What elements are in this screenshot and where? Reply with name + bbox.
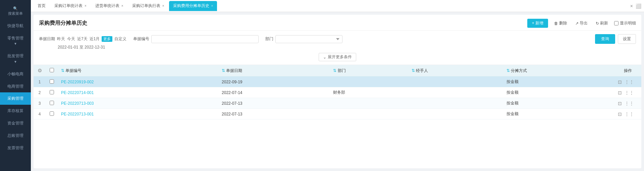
show-columns-label: 显示明细 (620, 20, 636, 26)
tab-close-icon[interactable]: × (85, 4, 87, 8)
row-checkbox[interactable] (50, 90, 54, 94)
col-header-doc-date: ⇅ 单据日期 (218, 65, 330, 77)
view-icon[interactable]: ⊡ (618, 101, 622, 106)
handler-cell (408, 98, 503, 109)
more-actions-icon[interactable]: ⋮⋮ (625, 90, 634, 95)
table-row[interactable]: 4 PE-20220713-001 2022-07-13 按金额 ⊡ ⋮⋮ (34, 109, 641, 119)
table-row[interactable]: 3 PE-20220713-003 2022-07-13 按金额 ⊡ ⋮⋮ (34, 98, 641, 109)
toolbar: + 新增 🗑 删除 ↗ 导出 ↻ 刷新 显示明细 (527, 19, 636, 28)
action-icons: ⊡ ⋮⋮ (618, 111, 638, 117)
view-icon[interactable]: ⊡ (618, 90, 622, 95)
row-checkbox-cell (46, 109, 58, 119)
doc-num-link[interactable]: PE-20220714-001 (61, 90, 94, 95)
doc-num-link[interactable]: PE-20220713-003 (61, 101, 94, 106)
row-checkbox[interactable] (50, 111, 54, 116)
maximize-window-icon[interactable]: ⬜ (636, 3, 641, 9)
table-row[interactable]: 2 PE-20220714-001 2022-07-14 财务部 按金额 ⊡ ⋮… (34, 87, 641, 98)
sidebar-item-invoice[interactable]: 发票管理 (0, 142, 31, 154)
col-header-actions: 操作 (614, 65, 641, 77)
refresh-icon: ↻ (596, 21, 599, 26)
doc-num-link[interactable]: PE-20220919-002 (61, 80, 94, 84)
sort-icon: ⇅ (61, 68, 64, 73)
setting-button[interactable]: 设置 (618, 34, 636, 44)
row-checkbox-cell (46, 77, 58, 87)
tab-close-icon[interactable]: × (121, 4, 123, 8)
tab-bar: 首页 采购订单统计表 × 进货单统计表 × 采购订单执行表 × 采购费用分摊单历… (31, 0, 644, 12)
sidebar-item-label: 电商管理 (1, 84, 30, 89)
refresh-button[interactable]: ↻ 刷新 (594, 19, 610, 27)
sidebar-item-ledger[interactable]: 总账管理 (0, 130, 31, 142)
delete-button[interactable]: 🗑 删除 (552, 19, 569, 27)
export-button[interactable]: ↗ 导出 (573, 19, 590, 27)
more-actions-icon[interactable]: ⋮⋮ (625, 101, 634, 106)
tab-purchase-cost-split[interactable]: 采购费用分摊单历史 × (169, 1, 217, 11)
doc-num-cell: PE-20220714-001 (58, 87, 218, 98)
data-table: ⚙ ⇅ 单据编号 ⇅ 单据日期 (34, 65, 641, 119)
date-filter-group: 单据日期 昨天 今天 近7天 近1月 更多 自定义 (39, 36, 126, 42)
show-columns-input[interactable] (614, 21, 619, 25)
col-header-handler: ⇅ 经手人 (408, 65, 503, 77)
doc-num-link[interactable]: PE-20220713-001 (61, 112, 94, 116)
shortcut-7days[interactable]: 近7天 (77, 36, 88, 42)
sidebar-item-inventory[interactable]: 库存核算 (0, 105, 31, 117)
row-checkbox-cell (46, 98, 58, 109)
tab-close-icon[interactable]: × (162, 4, 164, 8)
delete-label: 删除 (559, 20, 567, 26)
col-header-split-method: ⇅ 分摊方式 (503, 65, 614, 77)
select-all-checkbox[interactable] (50, 68, 54, 72)
split-method-cell: 按金额 (503, 87, 614, 98)
sidebar-item-capital[interactable]: 资金管理 (0, 117, 31, 130)
row-checkbox[interactable] (50, 101, 54, 105)
more-actions-icon[interactable]: ⋮⋮ (625, 79, 634, 85)
tab-inbound-stat[interactable]: 进货单统计表 × (91, 1, 127, 11)
sidebar-item-search[interactable]: 🔍 搜索菜单 (0, 3, 31, 20)
tab-label: 采购订单统计表 (54, 3, 83, 9)
close-window-icon[interactable]: × (630, 3, 633, 9)
expand-button[interactable]: ⌄ 展开更多条件 (319, 53, 356, 61)
sidebar: 🔍 搜索菜单 快捷导航 零售管理 ▼ 批发管理 ▼ 小畅电商 电商管理 采购管理… (0, 0, 31, 171)
export-label: 导出 (580, 20, 588, 26)
page-title: 采购费用分摊单历史 (39, 20, 87, 27)
dept-select[interactable] (275, 35, 342, 43)
sidebar-item-wholesale[interactable]: 批发管理 ▼ (0, 50, 31, 68)
show-columns-checkbox[interactable]: 显示明细 (614, 20, 636, 26)
shortcut-today[interactable]: 今天 (67, 36, 75, 42)
shortcut-yesterday[interactable]: 昨天 (57, 36, 65, 42)
tab-purchase-order-stat[interactable]: 采购订单统计表 × (50, 1, 91, 11)
view-icon[interactable]: ⊡ (618, 111, 622, 117)
search-icon: 🔍 (1, 6, 30, 11)
delete-icon: 🗑 (554, 21, 558, 26)
sidebar-item-ecommerce[interactable]: 电商管理 (0, 80, 31, 93)
row-num: 4 (34, 109, 46, 119)
action-cell: ⊡ ⋮⋮ (614, 109, 641, 119)
tab-purchase-order-exec[interactable]: 采购订单执行表 × (128, 1, 168, 11)
doc-num-input[interactable] (151, 35, 259, 43)
more-actions-icon[interactable]: ⋮⋮ (625, 111, 634, 117)
add-button[interactable]: + 新增 (527, 19, 548, 28)
sidebar-item-retail[interactable]: 零售管理 ▼ (0, 32, 31, 50)
shortcut-1month[interactable]: 近1月 (90, 36, 100, 42)
tab-home[interactable]: 首页 (34, 1, 50, 11)
doc-num-cell: PE-20220919-002 (58, 77, 218, 87)
column-setting-icon[interactable]: ⚙ (38, 68, 42, 73)
sidebar-item-micro-shop[interactable]: 小畅电商 (0, 68, 31, 80)
doc-date-cell: 2022-09-19 (218, 77, 330, 87)
sidebar-item-quick-nav[interactable]: 快捷导航 (0, 20, 31, 32)
shortcut-custom[interactable]: 自定义 (114, 36, 126, 42)
dept-label: 部门 (265, 36, 273, 42)
view-icon[interactable]: ⊡ (618, 79, 622, 85)
action-cell: ⊡ ⋮⋮ (614, 87, 641, 98)
query-button[interactable]: 查询 (595, 34, 615, 44)
split-method-cell: 按金额 (503, 77, 614, 87)
sidebar-item-label: 搜索菜单 (1, 11, 30, 16)
table-row[interactable]: 1 PE-20220919-002 2022-09-19 按金额 ⊡ ⋮⋮ (34, 77, 641, 87)
doc-num-filter-group: 单据编号 (133, 35, 259, 43)
row-checkbox[interactable] (50, 79, 54, 84)
tab-close-icon[interactable]: × (211, 4, 213, 8)
expand-row: ⌄ 展开更多条件 (39, 53, 636, 61)
shortcut-more[interactable]: 更多 (102, 36, 112, 42)
sidebar-item-label: 发票管理 (1, 145, 30, 151)
sidebar-item-purchase[interactable]: 采购管理 (0, 92, 31, 105)
refresh-label: 刷新 (600, 20, 608, 26)
table-container: ⚙ ⇅ 单据编号 ⇅ 单据日期 (34, 65, 641, 168)
